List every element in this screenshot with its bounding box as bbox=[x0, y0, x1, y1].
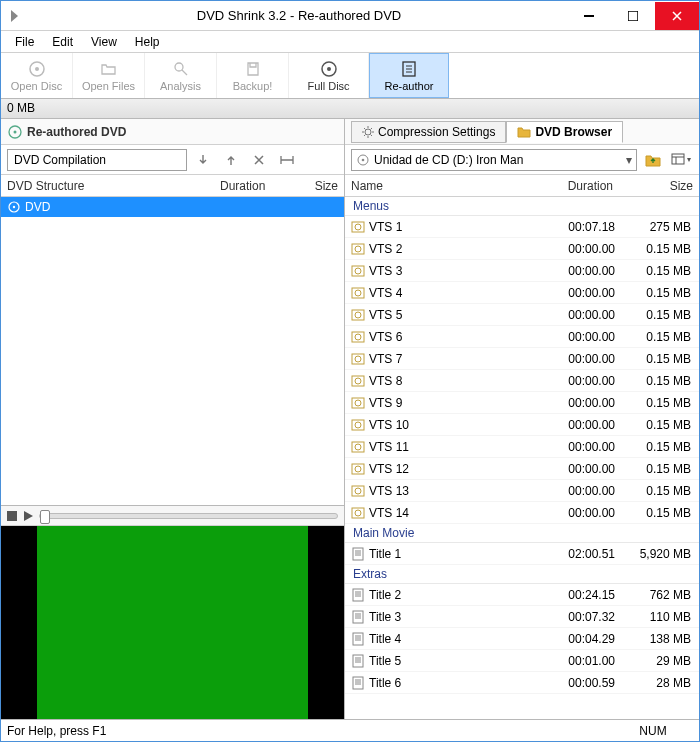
right-column-headers: Name Duration Size bbox=[345, 175, 699, 197]
item-duration: 00:00.00 bbox=[535, 440, 615, 454]
list-item[interactable]: VTS 200:00.000.15 MB bbox=[345, 238, 699, 260]
stop-button[interactable] bbox=[7, 511, 17, 521]
menu-edit[interactable]: Edit bbox=[44, 32, 81, 52]
tab-dvd-browser[interactable]: DVD Browser bbox=[506, 121, 623, 143]
list-item[interactable]: VTS 500:00.000.15 MB bbox=[345, 304, 699, 326]
list-item[interactable]: Title 102:00.515,920 MB bbox=[345, 543, 699, 565]
list-item[interactable]: VTS 1100:00.000.15 MB bbox=[345, 436, 699, 458]
item-size: 762 MB bbox=[615, 588, 695, 602]
up-folder-button[interactable] bbox=[641, 149, 665, 171]
full-disc-button[interactable]: Full Disc bbox=[289, 53, 369, 98]
menu-view[interactable]: View bbox=[83, 32, 125, 52]
tree-row-dvd[interactable]: DVD bbox=[1, 197, 344, 217]
item-name: VTS 2 bbox=[367, 242, 535, 256]
col-duration[interactable]: Duration bbox=[214, 179, 294, 193]
item-size: 275 MB bbox=[615, 220, 695, 234]
list-item[interactable]: Title 600:00.5928 MB bbox=[345, 672, 699, 694]
item-duration: 00:00.00 bbox=[535, 418, 615, 432]
item-duration: 00:01.00 bbox=[535, 654, 615, 668]
drive-label: Unidad de CD (D:) Iron Man bbox=[374, 153, 622, 167]
item-duration: 00:07.32 bbox=[535, 610, 615, 624]
svg-rect-12 bbox=[7, 511, 17, 521]
close-button[interactable] bbox=[655, 2, 699, 30]
trim-icon bbox=[280, 154, 294, 166]
list-item[interactable]: VTS 800:00.000.15 MB bbox=[345, 370, 699, 392]
title-icon bbox=[349, 547, 367, 561]
analysis-label: Analysis bbox=[160, 80, 201, 92]
list-item[interactable]: VTS 1300:00.000.15 MB bbox=[345, 480, 699, 502]
col-name[interactable]: Name bbox=[345, 179, 539, 193]
item-duration: 00:00.59 bbox=[535, 676, 615, 690]
list-item[interactable]: Title 500:01.0029 MB bbox=[345, 650, 699, 672]
left-panel-title: Re-authored DVD bbox=[27, 125, 126, 139]
list-item[interactable]: Title 300:07.32110 MB bbox=[345, 606, 699, 628]
move-up-button[interactable] bbox=[219, 149, 243, 171]
minimize-button[interactable] bbox=[567, 2, 611, 30]
analysis-button[interactable]: Analysis bbox=[145, 53, 217, 98]
menu-help[interactable]: Help bbox=[127, 32, 168, 52]
drive-dropdown[interactable]: Unidad de CD (D:) Iron Man ▾ bbox=[351, 149, 637, 171]
dvd-structure-tree[interactable]: DVD bbox=[1, 197, 344, 505]
item-name: Title 2 bbox=[367, 588, 535, 602]
col-structure[interactable]: DVD Structure bbox=[1, 179, 214, 193]
main-area: Re-authored DVD DVD Compilation DVD Stru… bbox=[1, 119, 699, 719]
item-size: 0.15 MB bbox=[615, 264, 695, 278]
item-duration: 00:00.00 bbox=[535, 462, 615, 476]
list-item[interactable]: VTS 900:00.000.15 MB bbox=[345, 392, 699, 414]
play-button[interactable] bbox=[23, 511, 33, 521]
list-item[interactable]: VTS 1000:00.000.15 MB bbox=[345, 414, 699, 436]
open-disc-label: Open Disc bbox=[11, 80, 62, 92]
col-duration[interactable]: Duration bbox=[539, 179, 619, 193]
item-name: Title 1 bbox=[367, 547, 535, 561]
title-icon bbox=[349, 676, 367, 690]
item-duration: 00:00.00 bbox=[535, 330, 615, 344]
list-item[interactable]: VTS 400:00.000.15 MB bbox=[345, 282, 699, 304]
list-item[interactable]: VTS 700:00.000.15 MB bbox=[345, 348, 699, 370]
delete-button[interactable] bbox=[247, 149, 271, 171]
item-name: VTS 9 bbox=[367, 396, 535, 410]
menu-file[interactable]: File bbox=[7, 32, 42, 52]
col-size[interactable]: Size bbox=[619, 179, 699, 193]
item-duration: 00:00.00 bbox=[535, 396, 615, 410]
list-item[interactable]: Title 200:24.15762 MB bbox=[345, 584, 699, 606]
full-disc-icon bbox=[320, 60, 338, 78]
chevron-down-icon: ▾ bbox=[626, 153, 632, 167]
stop-icon bbox=[7, 511, 17, 521]
backup-label: Backup! bbox=[233, 80, 273, 92]
list-item[interactable]: VTS 100:07.18275 MB bbox=[345, 216, 699, 238]
item-name: VTS 4 bbox=[367, 286, 535, 300]
move-down-button[interactable] bbox=[191, 149, 215, 171]
seek-slider[interactable] bbox=[39, 513, 338, 519]
menu-bar: File Edit View Help bbox=[1, 31, 699, 53]
open-disc-button[interactable]: Open Disc bbox=[1, 53, 73, 98]
svg-rect-48 bbox=[353, 633, 363, 645]
list-item[interactable]: VTS 600:00.000.15 MB bbox=[345, 326, 699, 348]
gear-icon bbox=[362, 126, 374, 138]
seek-thumb[interactable] bbox=[40, 510, 50, 524]
open-files-button[interactable]: Open Files bbox=[73, 53, 145, 98]
item-name: VTS 6 bbox=[367, 330, 535, 344]
compilation-input[interactable]: DVD Compilation bbox=[7, 149, 187, 171]
list-item[interactable]: VTS 1200:00.000.15 MB bbox=[345, 458, 699, 480]
tab-compression-settings[interactable]: Compression Settings bbox=[351, 121, 506, 143]
re-author-button[interactable]: Re-author bbox=[369, 53, 449, 98]
title-icon bbox=[349, 632, 367, 646]
item-name: VTS 1 bbox=[367, 220, 535, 234]
browser-list[interactable]: MenusVTS 100:07.18275 MBVTS 200:00.000.1… bbox=[345, 197, 699, 719]
backup-button[interactable]: Backup! bbox=[217, 53, 289, 98]
item-name: VTS 10 bbox=[367, 418, 535, 432]
item-duration: 00:00.00 bbox=[535, 242, 615, 256]
trim-button[interactable] bbox=[275, 149, 299, 171]
svg-point-3 bbox=[35, 67, 39, 71]
vts-icon bbox=[349, 330, 367, 344]
list-item[interactable]: Title 400:04.29138 MB bbox=[345, 628, 699, 650]
vts-icon bbox=[349, 264, 367, 278]
maximize-button[interactable] bbox=[611, 2, 655, 30]
list-item[interactable]: VTS 300:00.000.15 MB bbox=[345, 260, 699, 282]
disc-icon bbox=[28, 60, 46, 78]
item-name: VTS 11 bbox=[367, 440, 535, 454]
view-mode-button[interactable]: ▾ bbox=[669, 149, 693, 171]
col-size[interactable]: Size bbox=[294, 179, 344, 193]
list-item[interactable]: VTS 1400:00.000.15 MB bbox=[345, 502, 699, 524]
item-duration: 00:07.18 bbox=[535, 220, 615, 234]
